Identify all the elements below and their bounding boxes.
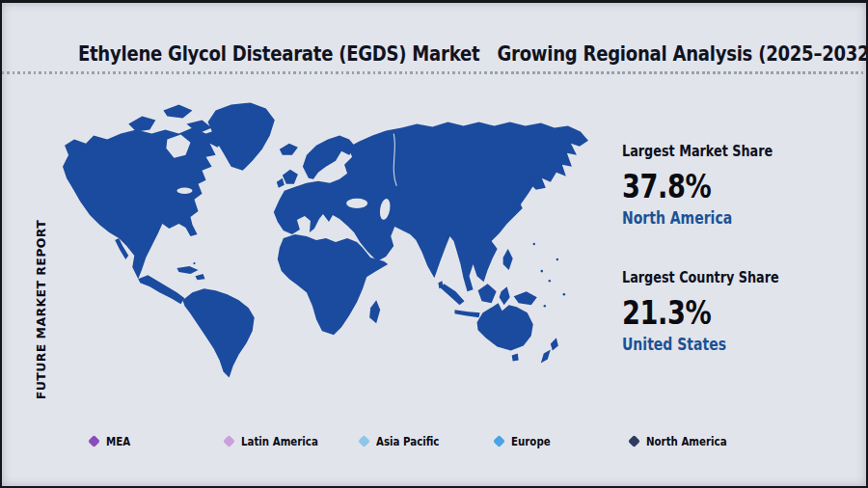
new-zealand: [541, 338, 558, 363]
stat-region: North America: [622, 208, 815, 228]
stat-region: United States: [622, 335, 815, 354]
stat-value: 37.8%: [622, 167, 815, 205]
page-title-text: Ethylene Glycol Distearate (EGDS) Market…: [78, 41, 868, 66]
central-america: [138, 275, 184, 304]
title-separator: [2, 71, 866, 74]
legend-label: MEA: [106, 434, 130, 448]
stats-panel: Largest Market Share 37.8% North America…: [622, 142, 863, 394]
legend-item-asia-pacific: Asia Pacific: [360, 434, 453, 448]
iceland: [280, 144, 298, 155]
legend-label: North America: [646, 434, 727, 448]
legend-swatch: [223, 435, 235, 447]
world-map: [61, 91, 599, 392]
madagascar: [369, 300, 380, 323]
infographic-canvas: Ethylene Glycol Distearate (EGDS) Market…: [0, 0, 868, 488]
british-isles: [277, 170, 298, 188]
great-lakes: [176, 188, 192, 194]
legend-swatch: [628, 435, 640, 447]
stat-label: Largest Market Share: [622, 142, 815, 160]
legend-label: Latin America: [241, 434, 318, 448]
legend-label: Europe: [511, 434, 551, 448]
legend-label: Asia Pacific: [376, 434, 439, 448]
stat-market-share: Largest Market Share 37.8% North America: [622, 142, 863, 228]
continent-north-america: [63, 128, 225, 280]
legend: MEA Latin America Asia Pacific Europe No…: [2, 434, 866, 451]
continent-south-america: [182, 288, 254, 377]
stat-label: Largest Country Share: [622, 268, 815, 286]
greenland: [208, 102, 275, 170]
page-title: Ethylene Glycol Distearate (EGDS) Market…: [2, 41, 866, 66]
legend-item-latin-america: Latin America: [225, 434, 335, 448]
australia: [477, 303, 533, 350]
tasmania: [512, 353, 519, 361]
brand-watermark: FUTURE MARKET REPORT: [34, 213, 49, 406]
world-map-svg: [61, 91, 599, 392]
caribbean-islands: [176, 266, 204, 280]
legend-swatch: [358, 435, 370, 447]
philippines: [503, 249, 513, 270]
legend-swatch: [88, 435, 100, 447]
legend-item-north-america: North America: [630, 434, 745, 448]
stat-country-share: Largest Country Share 21.3% United State…: [622, 268, 863, 354]
arctic-islands: [128, 104, 211, 133]
legend-item-mea: MEA: [90, 434, 136, 448]
black-sea: [346, 199, 367, 208]
legend-swatch: [493, 435, 505, 447]
baltic-sea: [333, 161, 343, 176]
stat-value: 21.3%: [622, 293, 815, 332]
legend-item-europe: Europe: [495, 434, 559, 448]
